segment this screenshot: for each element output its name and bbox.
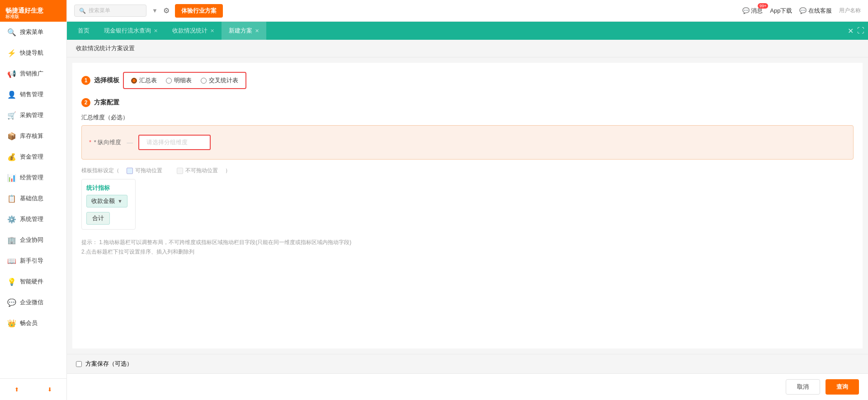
sidebar-item-label: 企业微信	[20, 298, 43, 306]
sidebar-item-sales[interactable]: 👤 销售管理	[0, 84, 66, 105]
sidebar: 畅捷通好生意 标准版 🔍 搜索菜单 ⚡ 快捷导航 📢 营销推广 👤 销售管理 🛒…	[0, 0, 67, 400]
dimension-select[interactable]: 请选择分组维度	[138, 135, 211, 150]
dropdown-arrow-icon: ▼	[118, 198, 123, 204]
system-icon: ⚙️	[7, 215, 16, 224]
sidebar-item-label: 资金管理	[20, 153, 43, 161]
radio-summary[interactable]: 汇总表	[131, 76, 157, 85]
arrow-icon: —	[127, 139, 133, 146]
tip-1: 提示： 1.拖动标题栏可以调整布局，不可跨维度或指标区域拖动栏目字段(只能在同一…	[81, 239, 854, 246]
sidebar-item-vip[interactable]: 👑 畅会员	[0, 313, 66, 334]
radio-cross-label: 交叉统计表	[209, 76, 238, 85]
tab-home[interactable]: 首页	[71, 22, 97, 40]
radio-detail-label: 明细表	[174, 76, 192, 85]
marketing-icon: 📢	[7, 70, 16, 78]
metric-amount-label: 收款金额	[91, 197, 115, 205]
footer-actions: 取消 查询	[67, 373, 868, 400]
sidebar-item-purchase[interactable]: 🛒 采购管理	[0, 105, 66, 126]
radio-detail[interactable]: 明细表	[166, 76, 192, 85]
vip-icon: 👑	[7, 319, 16, 328]
sidebar-item-enterprise[interactable]: 🏢 企业协同	[0, 230, 66, 250]
sidebar-footer-item2[interactable]: ⬇	[47, 386, 52, 393]
save-option-label: 方案保存（可选）	[85, 360, 132, 368]
radio-summary-input[interactable]	[131, 78, 137, 84]
sidebar-item-label: 经营管理	[20, 174, 43, 182]
step2-badge: 2	[81, 98, 90, 107]
sidebar-item-marketing[interactable]: 📢 营销推广	[0, 63, 66, 84]
tip-2: 2.点击标题栏下拉可设置排序、插入列和删除列	[81, 248, 854, 256]
sidebar-item-label: 智能硬件	[20, 278, 43, 286]
app-download-link[interactable]: App下载	[770, 7, 792, 15]
dimension-title: 汇总维度（必选）	[81, 113, 854, 122]
sidebar-item-label: 搜索菜单	[20, 28, 43, 36]
enterprise-icon: 🏢	[7, 236, 16, 245]
step1-section: 1 选择模板 汇总表 明细表 交叉统计表	[81, 72, 854, 89]
sidebar-item-wechat[interactable]: 💬 企业微信	[0, 292, 66, 313]
sidebar-item-label: 库存核算	[20, 132, 43, 140]
sidebar-item-label: 畅会员	[20, 319, 38, 327]
radio-summary-label: 汇总表	[139, 76, 157, 85]
notification-bell[interactable]: 💬 消息 99+	[742, 7, 763, 15]
management-icon: 📊	[7, 174, 16, 182]
content-area: 收款情况统计方案设置 1 选择模板 汇总表 明细表	[67, 40, 868, 400]
search-icon: 🔍	[7, 28, 16, 37]
form-container: 1 选择模板 汇总表 明细表 交叉统计表	[72, 63, 863, 348]
sidebar-item-hardware[interactable]: 💡 智能硬件	[0, 271, 66, 292]
save-option-checkbox[interactable]	[76, 361, 82, 367]
template-options: 汇总表 明细表 交叉统计表	[123, 72, 246, 89]
draggable-box-icon	[127, 168, 133, 174]
sidebar-item-guide[interactable]: 📖 新手引导	[0, 250, 66, 271]
sidebar-item-management[interactable]: 📊 经营管理	[0, 167, 66, 188]
sidebar-footer-item1[interactable]: ⬆	[14, 386, 19, 393]
trial-button[interactable]: 体验行业方案	[175, 4, 223, 18]
sidebar-item-quicknav[interactable]: ⚡ 快捷导航	[0, 42, 66, 63]
tab-expand[interactable]: ⛶	[857, 27, 864, 35]
sidebar-item-search[interactable]: 🔍 搜索菜单	[0, 22, 66, 42]
metrics-table-header: 统计指标	[86, 184, 131, 192]
metric-tag-amount[interactable]: 收款金额 ▼	[86, 195, 127, 207]
sidebar-item-label: 销售管理	[20, 90, 43, 99]
cancel-button[interactable]: 取消	[786, 379, 820, 395]
tab-close-all[interactable]: ✕	[848, 27, 854, 35]
tab-newplan[interactable]: 新建方案 ✕	[222, 22, 266, 40]
step1-badge: 1	[81, 76, 90, 85]
tab-cashflow[interactable]: 现金银行流水查询 ✕	[97, 22, 165, 40]
dimension-section: 汇总维度（必选） * * 纵向维度 — 请选择分组维度	[81, 113, 854, 160]
radio-detail-input[interactable]	[166, 78, 172, 84]
inventory-icon: 📦	[7, 132, 16, 141]
hint-nondraggable: 不可拖动位置	[177, 167, 218, 174]
sidebar-item-finance[interactable]: 💰 资金管理	[0, 146, 66, 167]
guide-icon: 📖	[7, 257, 16, 265]
tab-cashflow-close[interactable]: ✕	[154, 28, 158, 34]
tab-receivable[interactable]: 收款情况统计 ✕	[165, 22, 222, 40]
metrics-config-label: 模板指标设定（	[81, 167, 119, 174]
tips-section: 提示： 1.拖动标题栏可以调整布局，不可跨维度或指标区域拖动栏目字段(只能在同一…	[81, 239, 854, 256]
tab-newplan-close[interactable]: ✕	[255, 28, 259, 34]
hint-close-paren: ）	[225, 167, 231, 174]
tab-home-label: 首页	[78, 27, 90, 35]
online-service-link[interactable]: 💬 在线客服	[799, 7, 832, 15]
topbar-right: 💬 消息 99+ App下载 💬 在线客服 用户名称	[742, 7, 861, 15]
tab-receivable-close[interactable]: ✕	[210, 28, 214, 34]
sidebar-item-inventory[interactable]: 📦 库存核算	[0, 126, 66, 146]
step2-header: 2 方案配置	[81, 98, 854, 107]
search-menu-icon: 🔍	[79, 8, 86, 14]
sidebar-item-basics[interactable]: 📋 基础信息	[0, 188, 66, 209]
tab-cashflow-label: 现金银行流水查询	[104, 27, 151, 35]
sales-icon: 👤	[7, 90, 16, 99]
radio-cross[interactable]: 交叉统计表	[201, 76, 238, 85]
hint-draggable-label: 可拖动位置	[135, 167, 162, 174]
radio-cross-input[interactable]	[201, 78, 207, 84]
hint-nondraggable-label: 不可拖动位置	[185, 167, 218, 174]
query-button[interactable]: 查询	[826, 379, 859, 395]
sidebar-item-system[interactable]: ⚙️ 系统管理	[0, 209, 66, 230]
metrics-section: 模板指标设定（ 可拖动位置 不可拖动位置 ） 统计指标	[81, 167, 854, 230]
metrics-wrapper: 统计指标 收款金额 ▼ 合计	[81, 179, 136, 230]
step2-section: 2 方案配置 汇总维度（必选） * * 纵向维度 — 请选择分组维度	[81, 98, 854, 256]
gear-icon[interactable]: ⚙	[163, 6, 170, 15]
page-title: 收款情况统计方案设置	[67, 40, 868, 57]
search-menu-input[interactable]: 🔍 搜索菜单	[74, 5, 146, 17]
draggable-hint: 模板指标设定（ 可拖动位置 不可拖动位置 ）	[81, 167, 854, 174]
tab-actions: ✕ ⛶	[848, 27, 864, 35]
quicknav-icon: ⚡	[7, 49, 16, 57]
sidebar-item-label: 快捷导航	[20, 49, 43, 57]
